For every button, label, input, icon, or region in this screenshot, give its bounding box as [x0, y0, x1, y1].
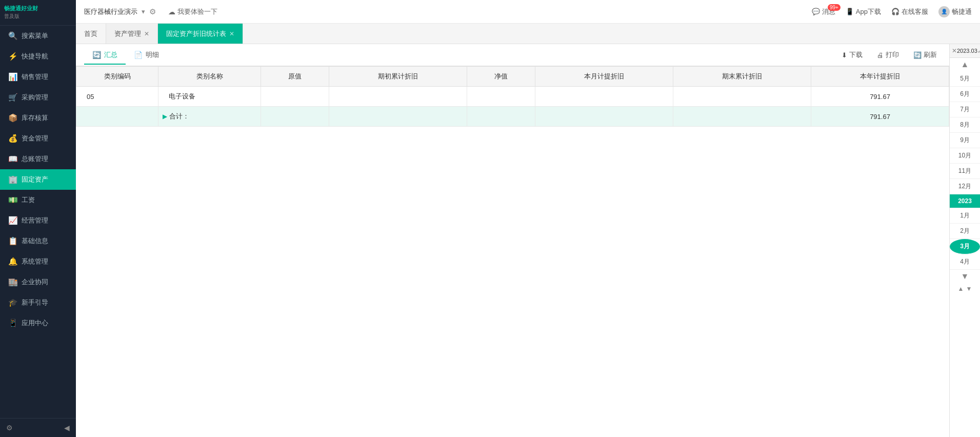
sidebar-footer: ⚙ ◀ — [0, 418, 76, 437]
sidebar-item-enterprise[interactable]: 🏬 企业协同 — [0, 272, 76, 292]
sidebar-item-app-center[interactable]: 📱 应用中心 — [0, 313, 76, 333]
table-container: 类别编码 类别名称 原值 期初累计折旧 净值 本月计提折旧 期末累计折旧 本年计… — [76, 66, 949, 437]
tab-home[interactable]: 首页 — [76, 24, 106, 44]
guide-icon: 🎓 — [8, 298, 17, 307]
sidebar-item-label: 新手引导 — [22, 298, 48, 307]
col-ending-accumulated: 期末累计折旧 — [673, 67, 811, 87]
tab-close-icon[interactable]: ✕ — [144, 30, 149, 37]
sales-icon: 📊 — [8, 72, 17, 82]
date-month-5[interactable]: 5月 — [950, 71, 980, 87]
date-month-6[interactable]: 6月 — [950, 87, 980, 102]
date-month-1[interactable]: 1月 — [950, 208, 980, 224]
cell-original-value — [261, 87, 329, 107]
print-button[interactable]: 🖨 打印 — [873, 48, 903, 62]
date-month-8[interactable]: 8月 — [950, 117, 980, 133]
app-center-icon: 📱 — [8, 319, 17, 328]
sidebar-item-base-info[interactable]: 📋 基础信息 — [0, 231, 76, 251]
enterprise-icon: 🏬 — [8, 277, 17, 287]
action-bar: ⬇ 下载 🖨 打印 🔄 刷新 — [837, 44, 941, 66]
top-header: 医疗器械行业演示 ▾ ⚙ ☁ 我要体验一下 💬 消息 99+ 📱 App下载 🎧… — [76, 0, 980, 24]
date-up-arrow[interactable]: ▲ — [958, 285, 964, 292]
total-label: ▶ 合计： — [158, 107, 261, 127]
settings-icon[interactable]: ⚙ — [6, 424, 13, 432]
sidebar-logo: 畅捷通好业财 — [4, 5, 38, 12]
download-button[interactable]: ⬇ 下载 — [837, 48, 867, 62]
user-button[interactable]: 👤 畅捷通 — [938, 6, 972, 17]
tab-asset-management[interactable]: 资产管理 ✕ — [106, 24, 158, 44]
tab-close-active-icon[interactable]: ✕ — [229, 30, 234, 37]
sidebar-item-label: 应用中心 — [22, 319, 48, 328]
date-month-12[interactable]: 12月 — [950, 179, 980, 194]
sidebar-item-label: 销售管理 — [22, 72, 48, 82]
date-year-label: 2023 — [950, 194, 980, 208]
tab-depreciation-report[interactable]: 固定资产折旧统计表 ✕ — [158, 24, 243, 44]
total-initial — [329, 107, 467, 127]
sidebar-edition: 普及版 — [4, 13, 38, 20]
cell-name: 电子设备 — [158, 87, 261, 107]
date-month-7[interactable]: 7月 — [950, 102, 980, 117]
system-icon: 🔔 — [8, 257, 17, 266]
sidebar-item-purchase[interactable]: 🛒 采购管理 — [0, 87, 76, 108]
table-row: 05 电子设备 791.67 — [76, 87, 949, 107]
inventory-icon: 📦 — [8, 113, 17, 123]
total-label-cell — [76, 107, 158, 127]
refresh-button[interactable]: 🔄 刷新 — [909, 48, 941, 62]
date-month-9[interactable]: 9月 — [950, 133, 980, 148]
date-panel-close[interactable]: ✕ — [952, 47, 957, 54]
message-button[interactable]: 💬 消息 99+ — [812, 7, 835, 16]
date-month-10[interactable]: 10月 — [950, 148, 980, 164]
sidebar-item-system[interactable]: 🔔 系统管理 — [0, 251, 76, 272]
app-download-button[interactable]: 📱 App下载 — [846, 7, 881, 16]
service-button[interactable]: 🎧 在线客服 — [891, 7, 928, 16]
sidebar-item-search[interactable]: 🔍 搜索菜单 — [0, 26, 76, 46]
date-month-3-selected[interactable]: 3月 — [950, 239, 980, 254]
chevron-down-icon[interactable]: ▾ — [142, 8, 145, 15]
total-yearly: 791.67 — [811, 107, 949, 127]
page-content: 🔄 汇总 📄 明细 ⬇ 下载 — [76, 44, 949, 437]
settings-gear-icon[interactable]: ⚙ — [149, 7, 156, 16]
total-ending — [673, 107, 811, 127]
date-panel-nav-up[interactable]: ▲ — [950, 58, 980, 71]
sidebar-item-capital[interactable]: 💰 资金管理 — [0, 128, 76, 149]
message-badge: 99+ — [828, 4, 841, 11]
date-panel-expand[interactable]: ⤢ — [977, 47, 980, 54]
date-panel-header: ✕ 2023.03 ⤢ — [950, 44, 980, 58]
content-wrapper: 🔄 汇总 📄 明细 ⬇ 下载 — [76, 44, 949, 437]
company-name: 医疗器械行业演示 — [84, 7, 137, 16]
date-panel-title: 2023.03 — [957, 48, 977, 54]
sidebar-header: 畅捷通好业财 普及版 — [0, 0, 76, 26]
cell-ending-accumulated — [673, 87, 811, 107]
col-original-value: 原值 — [261, 67, 329, 87]
date-panel-nav-down[interactable]: ▼ — [950, 270, 980, 283]
date-month-4[interactable]: 4月 — [950, 254, 980, 270]
sidebar-item-fixed-assets[interactable]: 🏢 固定资产 — [0, 169, 76, 190]
sidebar-item-operations[interactable]: 📈 经营管理 — [0, 210, 76, 231]
quick-nav-icon: ⚡ — [8, 52, 17, 61]
sidebar-item-ledger[interactable]: 📖 总账管理 — [0, 149, 76, 169]
right-wrapper: 🔄 汇总 📄 明细 ⬇ 下载 — [76, 44, 980, 437]
sub-tab-detail[interactable]: 📄 明细 — [126, 46, 167, 65]
cell-net-value — [467, 87, 535, 107]
col-category-name: 类别名称 — [158, 67, 261, 87]
base-info-icon: 📋 — [8, 236, 17, 246]
sidebar: 畅捷通好业财 普及版 🔍 搜索菜单 ⚡ 快捷导航 📊 销售管理 🛒 采购管理 📦… — [0, 0, 76, 437]
sub-tab-summary[interactable]: 🔄 汇总 — [84, 46, 126, 65]
sidebar-item-guide[interactable]: 🎓 新手引导 — [0, 292, 76, 313]
sidebar-item-quick-nav[interactable]: ⚡ 快捷导航 — [0, 46, 76, 67]
collapse-icon[interactable]: ◀ — [64, 424, 70, 432]
sidebar-item-inventory[interactable]: 📦 库存核算 — [0, 108, 76, 128]
sidebar-item-salary[interactable]: 💵 工资 — [0, 190, 76, 210]
sub-tabs: 🔄 汇总 📄 明细 — [84, 46, 167, 64]
header-left: 医疗器械行业演示 ▾ ⚙ ☁ 我要体验一下 — [84, 7, 217, 16]
col-initial-accumulated: 期初累计折旧 — [329, 67, 467, 87]
phone-icon: 📱 — [846, 8, 854, 15]
detail-icon: 📄 — [134, 51, 143, 59]
date-down-arrow[interactable]: ▼ — [966, 285, 972, 292]
sidebar-item-sales[interactable]: 📊 销售管理 — [0, 67, 76, 87]
date-month-11[interactable]: 11月 — [950, 164, 980, 179]
sidebar-item-label: 经营管理 — [22, 216, 48, 225]
try-button[interactable]: ☁ 我要体验一下 — [168, 7, 217, 16]
total-original — [261, 107, 329, 127]
date-month-2[interactable]: 2月 — [950, 224, 980, 239]
sidebar-item-label: 固定资产 — [22, 175, 48, 184]
